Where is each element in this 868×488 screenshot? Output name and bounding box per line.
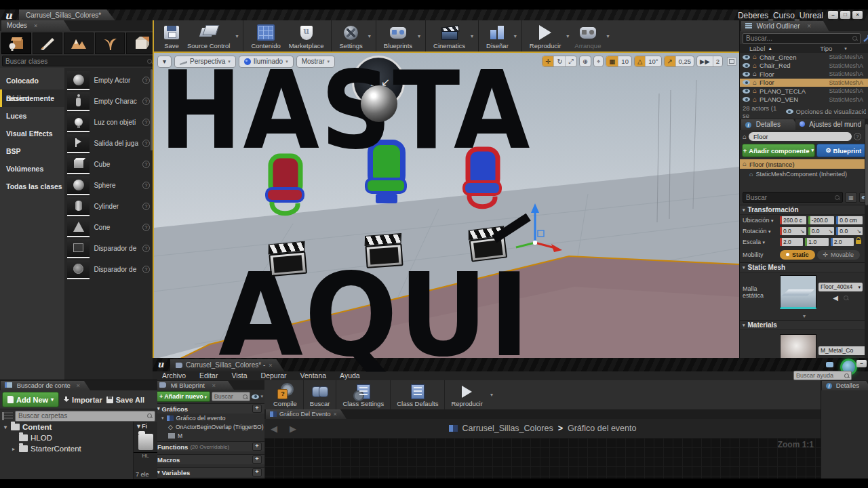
help-icon[interactable]: ?	[854, 133, 861, 140]
outliner-search-input[interactable]: Buscar...	[743, 33, 861, 44]
play-button[interactable]: Reproducir	[526, 20, 565, 52]
add-component-button[interactable]: +Añadir componente▾	[742, 144, 815, 157]
chevron-down-icon[interactable]: ▾	[416, 33, 422, 39]
chevron-down-icon[interactable]: ▾	[565, 33, 570, 39]
event-graph-canvas[interactable]: Zoom 1:1	[264, 438, 821, 479]
chrome-sphere[interactable]	[361, 85, 397, 122]
perspective-button[interactable]: Perspectiva▾	[174, 56, 236, 68]
component-child-row[interactable]: ⌂ StaticMeshComponent (Inherited)	[740, 169, 868, 179]
mobility-static-button[interactable]: Static	[780, 250, 815, 260]
breadcrumb-root[interactable]: Carrusel_Sillas_Colores	[462, 424, 553, 433]
help-icon[interactable]: ?	[142, 182, 150, 189]
help-icon[interactable]: ?	[142, 203, 150, 210]
chevron-down-icon[interactable]: ▾	[234, 33, 239, 39]
add-new-button[interactable]: +Añadir nuevo▾	[156, 391, 210, 402]
rotation-snap-value[interactable]: 10°	[646, 56, 660, 66]
modes-search-input[interactable]: Buscar clases	[2, 56, 155, 66]
help-icon[interactable]: ?	[142, 161, 150, 168]
marketplace-button[interactable]: Marketplace	[285, 20, 328, 52]
use-selected-icon[interactable]: ◀	[833, 294, 838, 302]
category-volumenes[interactable]: Volúmenes	[0, 160, 64, 178]
save-all-button[interactable]: Save All	[106, 396, 144, 404]
chat-icon[interactable]	[826, 362, 833, 367]
compile-button[interactable]: ? Compile	[267, 380, 304, 409]
settings-button[interactable]: Settings	[335, 20, 366, 52]
help-icon[interactable]: ?	[142, 119, 150, 126]
rotation-snap-button[interactable]: △	[635, 56, 646, 66]
edit-blueprint-button[interactable]: ⚙Blueprint	[816, 144, 868, 157]
scale-tool-button[interactable]: ⤢	[566, 56, 576, 66]
cinematics-button[interactable]: Cinematics	[429, 20, 469, 52]
list-item-cone[interactable]: Cone ?	[67, 217, 151, 238]
section-variables[interactable]: ▾ Variables +	[155, 467, 264, 477]
scale-lock-icon[interactable]	[856, 240, 861, 244]
tab-world-outliner[interactable]: World Outliner ×	[741, 21, 829, 32]
tab-my-blueprint[interactable]: Mi Blueprint ×	[155, 381, 234, 390]
scale-x-field[interactable]: 2.0	[780, 238, 803, 246]
minimize-button[interactable]: –	[828, 11, 838, 19]
column-label[interactable]: Label	[740, 44, 765, 53]
add-variable-button[interactable]: +	[252, 468, 262, 476]
class-settings-button[interactable]: Class Settings	[336, 380, 391, 409]
chevron-down-icon[interactable]: ▾	[513, 33, 518, 39]
breadcrumb-leaf[interactable]: Gráfico del evento	[568, 424, 636, 433]
list-item-cylinder[interactable]: Cylinder ?	[67, 196, 151, 217]
visibility-eye-icon[interactable]	[743, 80, 750, 85]
close-icon[interactable]: ×	[807, 22, 811, 30]
mode-place-button[interactable]	[1, 33, 31, 54]
details-search-input[interactable]: Buscar	[743, 192, 843, 203]
scale-z-field[interactable]: 2.0	[831, 238, 854, 246]
scale-label[interactable]: Escala ▾	[743, 239, 778, 245]
tab-content-browser[interactable]: Buscador de conte ×	[1, 381, 90, 390]
build-button[interactable]: Diseñar	[482, 20, 513, 52]
mode-foliage-button[interactable]	[95, 33, 125, 54]
chevron-down-icon[interactable]: ▾	[367, 33, 372, 39]
help-icon[interactable]: ?	[142, 77, 150, 84]
sources-toggle-icon[interactable]	[2, 412, 13, 420]
grid-snap-value[interactable]: 10	[618, 56, 631, 66]
event-graph-item[interactable]: ▾ Gráfico del evento	[155, 413, 264, 422]
category-visual-effects[interactable]: Visual Effects	[0, 125, 64, 142]
add-graph-button[interactable]: +	[252, 405, 262, 413]
event-node-item[interactable]: ◇ OnActorBeginOverlap (TriggerBO)	[155, 422, 264, 431]
add-function-button[interactable]: +	[252, 443, 262, 451]
visibility-eye-icon[interactable]	[743, 55, 750, 60]
chevron-down-icon[interactable]: ▾	[260, 394, 263, 399]
rotation-z-field[interactable]: 0.0↘	[836, 227, 863, 235]
list-item-empty-actor[interactable]: Empty Actor ?	[67, 70, 151, 91]
expand-icon[interactable]: ▸	[11, 446, 16, 452]
outliner-row-floor-1[interactable]: ⌂ FloorStaticMeshA	[740, 70, 868, 79]
move-tool-button[interactable]: ✛	[542, 56, 554, 66]
list-item-point-light[interactable]: Luz con objeti ?	[67, 112, 151, 133]
bp-menu-archivo[interactable]: Archivo	[155, 371, 193, 380]
location-x-field[interactable]: 260.0 c	[780, 216, 806, 224]
asset-folder-thumbnail[interactable]	[138, 434, 153, 450]
maximize-button[interactable]: □	[840, 11, 850, 19]
static-mesh-combo[interactable]: Floor_400x4▾	[818, 283, 863, 291]
tree-item-startercontent[interactable]: ▸ StarterContent	[0, 443, 132, 454]
event-node-item[interactable]: M	[155, 431, 264, 440]
surface-snap-button[interactable]: ⌖	[594, 56, 603, 66]
location-z-field[interactable]: 0.0 cm	[836, 216, 863, 224]
mode-paint-button[interactable]	[33, 33, 62, 54]
list-item-box-trigger[interactable]: Disparador de ?	[67, 238, 151, 259]
tab-bp-details[interactable]: i Detalles	[822, 381, 868, 390]
visibility-filter-icon[interactable]	[252, 394, 259, 399]
outliner-row-plano-ven[interactable]: ⌂ PLANO_VENStaticMeshA	[740, 96, 868, 104]
close-icon[interactable]: ×	[334, 409, 337, 419]
add-macro-button[interactable]: +	[252, 455, 262, 464]
visibility-eye-icon[interactable]	[743, 97, 750, 102]
world-text-hasta[interactable]: HASTA	[159, 57, 531, 164]
category-bsp[interactable]: BSP	[0, 142, 64, 160]
visibility-eye-icon[interactable]	[743, 72, 750, 77]
tree-item-hlod[interactable]: HLOD	[0, 432, 132, 443]
static-mesh-thumbnail[interactable]	[780, 275, 816, 309]
chevron-down-icon[interactable]: ▾	[489, 392, 494, 398]
details-scrollbar[interactable]	[865, 119, 868, 380]
list-item-cube[interactable]: Cube ?	[67, 154, 151, 175]
rotation-y-field[interactable]: 0.0↘	[808, 227, 835, 235]
static-mesh-section-header[interactable]: ▾ Static Mesh	[740, 262, 868, 272]
list-item-player-start[interactable]: Salida del juga ?	[67, 133, 151, 154]
close-icon[interactable]: ×	[34, 22, 37, 29]
close-icon[interactable]: ×	[212, 382, 216, 389]
